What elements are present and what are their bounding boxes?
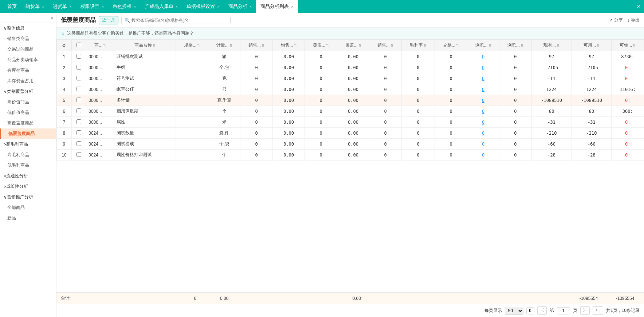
nav-tab-goods-analysis[interactable]: 商品分析 × [224, 0, 256, 13]
col-sales-amt[interactable]: 销售...⇅ [272, 40, 305, 51]
row-view1[interactable]: 0 [467, 51, 499, 62]
table-container[interactable]: ⚙ 商...⇅ 商品名称⇅ 规格...⇅ 计量...⇅ 销售...⇅ 销售...… [56, 39, 644, 292]
sidebar-item-traded-goods[interactable]: 交易过的商品 [0, 44, 56, 55]
row-checkbox[interactable] [76, 119, 81, 124]
close-icon[interactable]: × [69, 4, 71, 9]
row-view1[interactable]: 0 [467, 95, 499, 106]
sidebar-section-marketing[interactable]: ∨ 营销推广分析 [0, 192, 56, 202]
col-cover2[interactable]: 覆盖...⇅ [337, 40, 369, 51]
sidebar-item-high-value[interactable]: 高价值商品 [0, 97, 56, 107]
col-available[interactable]: 可用...⇅ [572, 40, 612, 51]
sidebar-item-in-stock[interactable]: 有库存商品 [0, 65, 56, 76]
row-checkbox[interactable] [76, 98, 81, 102]
col-name[interactable]: 商品名称⇅ [114, 40, 176, 51]
col-check[interactable] [71, 40, 86, 51]
row-view1[interactable]: 0 [467, 150, 499, 161]
row-view1[interactable]: 0 [467, 128, 499, 139]
first-page-button[interactable]: K [526, 307, 534, 314]
col-spec[interactable]: 规格...⇅ [176, 40, 208, 51]
row-checkbox[interactable] [76, 54, 81, 59]
sidebar-section-gross[interactable]: > 高毛利商品 [0, 139, 56, 150]
last-page-button[interactable]: 〉| [593, 306, 603, 315]
sidebar-item-all-goods[interactable]: 全部商品 [0, 202, 56, 213]
close-icon[interactable]: × [102, 4, 104, 9]
nav-tab-home[interactable]: 首页 [3, 0, 21, 13]
sidebar-section-coverage[interactable]: ∨ 类别覆盖分析 [0, 86, 56, 97]
sidebar-item-sales-goods[interactable]: 销售类商品 [0, 33, 56, 44]
search-box[interactable]: 🔍 [121, 17, 231, 24]
row-current: 97 [531, 51, 572, 62]
row-checkbox[interactable] [76, 152, 81, 157]
row-checkbox[interactable] [76, 108, 81, 113]
close-icon[interactable]: × [176, 4, 178, 9]
row-checkbox[interactable] [76, 76, 81, 80]
row-view1[interactable]: 0 [467, 117, 499, 128]
row-view1[interactable]: 0 [467, 73, 499, 84]
close-all-button[interactable]: × [637, 3, 640, 10]
close-icon[interactable]: × [291, 4, 293, 9]
nav-tab-purchase[interactable]: 进货单 × [48, 0, 76, 13]
row-checkbox[interactable] [76, 130, 81, 135]
col-settings[interactable]: ⚙ [57, 40, 72, 51]
col-cover1[interactable]: 覆盖...⇅ [305, 40, 337, 51]
col-trade[interactable]: 交易...⇅ [435, 40, 467, 51]
row-checkbox[interactable] [76, 87, 81, 91]
sidebar-item-high-coverage[interactable]: 高覆盖度商品 [0, 118, 56, 128]
col-current[interactable]: 现有...⇅ [531, 40, 572, 51]
row-checkbox-cell[interactable] [71, 117, 86, 128]
prev-page-button[interactable]: 〈 [537, 306, 547, 315]
row-checkbox[interactable] [76, 141, 81, 146]
sidebar-item-category-rate[interactable]: 商品分类动销率 [0, 55, 56, 65]
close-icon[interactable]: × [217, 4, 219, 9]
nav-tab-role[interactable]: 角色授权 × [108, 0, 140, 13]
search-input[interactable] [131, 18, 227, 23]
row-checkbox-cell[interactable] [71, 128, 86, 139]
sidebar-item-low-coverage[interactable]: 低覆盖度商品 [0, 128, 56, 139]
row-view1[interactable]: 0 [467, 139, 499, 150]
col-unit[interactable]: 计量...⇅ [208, 40, 240, 51]
page-input[interactable] [557, 307, 570, 314]
row-checkbox-cell[interactable] [71, 139, 86, 150]
sidebar-item-low-gross[interactable]: 低毛利商品 [0, 160, 56, 171]
row-checkbox-cell[interactable] [71, 150, 86, 161]
select-all-checkbox[interactable] [76, 43, 81, 47]
sidebar-section-flow[interactable]: > 流通性分析 [0, 171, 56, 181]
row-view1[interactable]: 0 [467, 106, 499, 117]
export-button[interactable]: ↓ 导出 [627, 17, 640, 23]
sidebar-item-high-gross[interactable]: 高毛利商品 [0, 150, 56, 160]
row-checkbox-cell[interactable] [71, 62, 86, 73]
sidebar-item-new-goods[interactable]: 新品 [0, 213, 56, 223]
row-checkbox-cell[interactable] [71, 51, 86, 62]
sidebar-item-low-value[interactable]: 低价值商品 [0, 107, 56, 118]
col-sellable[interactable]: 可销...⇅ [612, 40, 644, 51]
row-checkbox-cell[interactable] [71, 95, 86, 106]
col-sales-qty[interactable]: 销售...⇅ [240, 40, 272, 51]
sidebar-collapse-button[interactable]: « [0, 13, 56, 23]
row-checkbox-cell[interactable] [71, 106, 86, 117]
sidebar-section-growth[interactable]: > 成长性分析 [0, 181, 56, 192]
sidebar-section-overall[interactable]: ∨ 整体信息 [0, 23, 56, 33]
col-sales3[interactable]: 销售...⇅ [369, 40, 401, 51]
close-icon[interactable]: × [250, 4, 252, 9]
nav-tab-template[interactable]: 单据模板设置 × [182, 0, 224, 13]
nav-tab-sales[interactable]: 销货单 × [21, 0, 48, 13]
close-icon[interactable]: × [42, 4, 44, 9]
filter-recent-month-button[interactable]: 近一月 [99, 16, 118, 24]
col-view2[interactable]: 浏览...⇅ [499, 40, 531, 51]
row-checkbox-cell[interactable] [71, 73, 86, 84]
col-code[interactable]: 商...⇅ [86, 40, 114, 51]
sidebar-item-stock-funds[interactable]: 库存资金占用 [0, 76, 56, 86]
share-button[interactable]: ↗ 分享 [609, 17, 623, 23]
nav-tab-product[interactable]: 产成品入库单 × [141, 0, 182, 13]
next-page-button[interactable]: 〉 [580, 306, 590, 315]
per-page-select[interactable]: 50 20 100 [505, 307, 523, 315]
row-checkbox-cell[interactable] [71, 84, 86, 95]
close-icon[interactable]: × [134, 4, 136, 9]
col-view1[interactable]: 浏览...⇅ [467, 40, 499, 51]
nav-tab-permission[interactable]: 权限设置 × [76, 0, 108, 13]
nav-tab-goods-list[interactable]: 商品分析列表 × [256, 0, 298, 13]
row-view1[interactable]: 0 [467, 84, 499, 95]
col-gross-rate[interactable]: 毛利率⇅ [401, 40, 435, 51]
row-checkbox[interactable] [76, 65, 81, 70]
row-view1[interactable]: 0 [467, 62, 499, 73]
